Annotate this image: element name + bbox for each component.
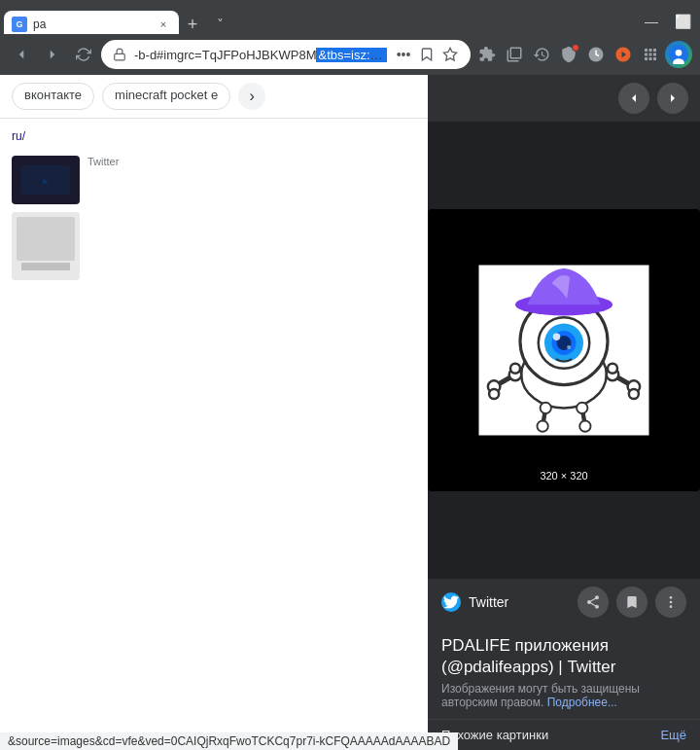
svg-rect-11	[17, 217, 75, 261]
address-bar[interactable]: -b-d#imgrc=TqJFPoHJBKWP8M&tbs=isz:ex,isz…	[101, 40, 471, 69]
site-info-bar: Twitter	[428, 579, 700, 625]
tab-bar: G pa × + ˅	[4, 0, 638, 34]
image-nav	[428, 75, 700, 122]
browser-chrome: G pa × + ˅ — ⬜	[0, 0, 700, 34]
svg-point-25	[629, 389, 639, 399]
svg-point-32	[553, 333, 561, 340]
profile-avatar[interactable]	[665, 41, 692, 68]
svg-point-35	[538, 420, 548, 431]
toolbar-icons	[474, 41, 692, 68]
page-title-section: PDALIFE приложения (@pdalifeapps) | Twit…	[428, 625, 700, 719]
svg-rect-0	[115, 54, 125, 59]
back-button[interactable]	[8, 41, 35, 68]
result-item-2[interactable]	[12, 212, 416, 280]
right-panel: 320 × 320 Twitter	[428, 75, 700, 750]
svg-point-22	[510, 364, 520, 374]
svg-point-27	[608, 364, 617, 374]
learn-more-link[interactable]: Подробнее...	[547, 696, 617, 709]
chip-more-button[interactable]: ›	[238, 83, 265, 110]
more-link[interactable]: Ещё	[660, 728, 686, 742]
result-thumb-1: ▶	[12, 156, 80, 204]
svg-point-42	[670, 605, 673, 608]
shield-icon[interactable]	[556, 42, 581, 67]
more-options-button[interactable]	[655, 587, 686, 618]
similar-section: Похожие картинки Ещё	[428, 719, 700, 750]
extensions-icon[interactable]	[474, 42, 500, 67]
svg-point-40	[670, 596, 673, 599]
star-icon[interactable]	[441, 46, 459, 63]
svg-rect-12	[21, 263, 70, 270]
site-favicon	[441, 592, 461, 612]
save-button[interactable]	[616, 587, 648, 618]
svg-point-38	[579, 420, 590, 431]
results-area: ▶ Twitter	[0, 152, 428, 292]
tab-close-button[interactable]: ×	[156, 17, 171, 32]
result-thumb-2	[12, 212, 80, 280]
address-dots-button[interactable]: •••	[395, 46, 412, 63]
chip-vkontakte[interactable]: вконтакте	[12, 83, 94, 110]
window-controls: — ⬜	[638, 8, 696, 35]
svg-point-41	[670, 600, 673, 603]
site-name: Twitter	[469, 594, 508, 610]
site-info-left: Twitter	[441, 592, 508, 612]
tab-title: pa	[33, 18, 150, 31]
page-content: вконтакте minecraft pocket e › ru/ ▶ Tw	[0, 75, 700, 750]
lock-icon	[113, 48, 126, 61]
svg-point-36	[541, 403, 551, 413]
svg-point-33	[567, 345, 571, 349]
svg-point-39	[577, 403, 587, 413]
status-bar: &source=images&cd=vfe&ved=0CAIQjRxqFwoTC…	[0, 732, 458, 750]
url-area: ru/	[0, 119, 428, 152]
history-icon[interactable]	[529, 42, 554, 67]
svg-point-5	[676, 50, 682, 56]
mascot-svg	[467, 253, 661, 447]
result-text-1: Twitter	[88, 156, 416, 167]
share-button[interactable]	[578, 587, 609, 618]
suggestion-chips: вконтакте minecraft pocket e ›	[0, 75, 428, 119]
image-copyright: Изображения могут быть защищены авторски…	[441, 682, 686, 709]
left-panel: вконтакте minecraft pocket e › ru/ ▶ Tw	[0, 75, 428, 750]
svg-text:▶: ▶	[43, 177, 50, 186]
bookmark-icon[interactable]	[418, 46, 436, 63]
image-size-label: 320 × 320	[532, 468, 595, 483]
download-icon[interactable]	[611, 42, 636, 67]
next-image-button[interactable]	[657, 83, 688, 114]
tab-favicon: G	[12, 17, 27, 32]
svg-marker-1	[443, 48, 456, 60]
svg-point-20	[489, 389, 499, 399]
url-display: -b-d#imgrc=TqJFPoHJBKWP8M&tbs=isz:ex,isz…	[134, 48, 387, 62]
plugin-icon[interactable]	[583, 42, 609, 67]
maximize-button[interactable]: ⬜	[669, 8, 696, 35]
prev-image-button[interactable]	[618, 83, 649, 114]
address-icons: •••	[395, 46, 459, 63]
image-title: PDALIFE приложения (@pdalifeapps) | Twit…	[441, 635, 686, 678]
result-item-1[interactable]: ▶ Twitter	[12, 156, 416, 204]
shield-badge	[572, 44, 579, 52]
minimize-button[interactable]: —	[638, 8, 665, 35]
site-icons-right	[578, 587, 686, 618]
url-text: ru/	[12, 129, 25, 143]
refresh-button[interactable]	[70, 41, 97, 68]
apps-button[interactable]	[638, 42, 663, 67]
main-image[interactable]: 320 × 320	[428, 209, 700, 491]
chip-minecraft[interactable]: minecraft pocket e	[102, 83, 230, 110]
forward-button[interactable]	[39, 41, 66, 68]
address-bar-row: -b-d#imgrc=TqJFPoHJBKWP8M&tbs=isz:ex,isz…	[0, 34, 700, 75]
image-container: 320 × 320	[428, 122, 700, 579]
result-id-1: Twitter	[88, 156, 416, 167]
bookmark-manager-icon[interactable]	[502, 42, 527, 67]
